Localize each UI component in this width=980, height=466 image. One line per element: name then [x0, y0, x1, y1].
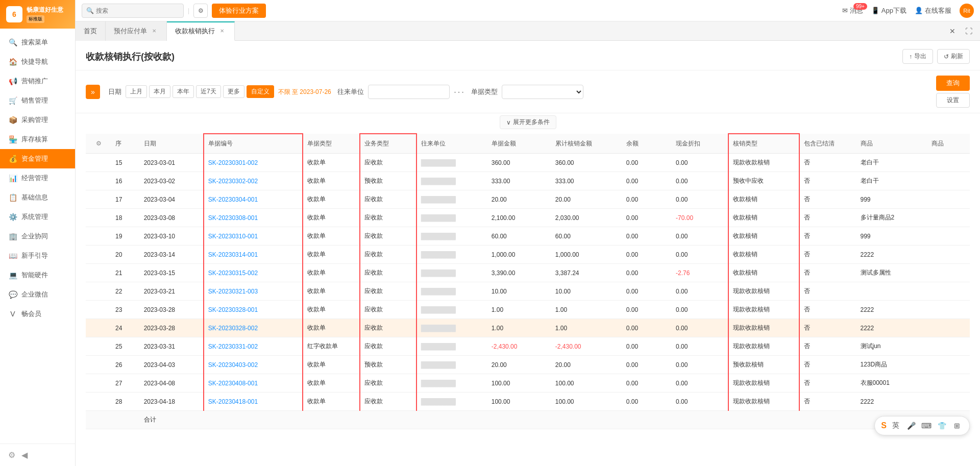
- cell-goods2: [927, 246, 970, 264]
- cell-cumulative: 20.00: [551, 356, 622, 374]
- table-row[interactable]: 27 2023-04-08 SK-20230408-001 收款单 应收款 ██…: [86, 374, 970, 393]
- page-header: 收款核销执行(按收款) ↑ 导出 ↺ 刷新: [76, 41, 980, 70]
- sidebar-item-purchase[interactable]: 📦 采购管理: [0, 110, 75, 130]
- tab-collection-close[interactable]: ✕: [218, 27, 226, 35]
- cell-bill-no: SK-20230328-002: [204, 319, 303, 337]
- table-row[interactable]: 26 2023-04-03 SK-20230403-002 收款单 预收款 ██…: [86, 356, 970, 374]
- bill-no-link[interactable]: SK-20230331-002: [208, 343, 258, 350]
- sidebar-item-basic[interactable]: 📋 基础信息: [0, 188, 75, 207]
- solution-button[interactable]: 体验行业方案: [212, 4, 266, 18]
- table-row[interactable]: 23 2023-03-28 SK-20230328-001 收款单 应收款 ██…: [86, 301, 970, 319]
- bill-no-link[interactable]: SK-20230314-001: [208, 251, 258, 258]
- table-row[interactable]: 22 2023-03-21 SK-20230321-003 收款单 应收款 ██…: [86, 282, 970, 301]
- date-more-btn[interactable]: 更多: [223, 85, 244, 98]
- date-7days-btn[interactable]: 近7天: [196, 85, 221, 98]
- bill-no-link[interactable]: SK-20230403-002: [208, 361, 258, 369]
- sidebar-item-quick[interactable]: 🏠 快捷导航: [0, 52, 75, 71]
- topbar-gear-btn[interactable]: ⚙: [193, 4, 208, 18]
- sidebar-item-marketing[interactable]: 📢 营销推广: [0, 71, 75, 91]
- settings-footer-icon[interactable]: ⚙: [8, 450, 15, 460]
- table-row[interactable]: 17 2023-03-04 SK-20230304-001 收款单 应收款 ██…: [86, 190, 970, 209]
- table-row[interactable]: 28 2023-04-18 SK-20230418-001 收款单 应收款 ██…: [86, 393, 970, 411]
- cell-bill-no: SK-20230314-001: [204, 246, 303, 264]
- floating-text-icon[interactable]: 英: [890, 420, 902, 432]
- table-row[interactable]: 20 2023-03-14 SK-20230314-001 收款单 应收款 ██…: [86, 246, 970, 264]
- sidebar-item-search[interactable]: 🔍 搜索菜单: [0, 33, 75, 52]
- floating-grid-icon[interactable]: ⊞: [951, 420, 963, 432]
- cell-amount: 20.00: [487, 356, 551, 374]
- date-custom-btn[interactable]: 自定义: [247, 85, 274, 98]
- voucher-type-select[interactable]: [502, 85, 583, 99]
- tab-prepay-close[interactable]: ✕: [150, 27, 158, 35]
- sidebar-item-enterprise[interactable]: 🏢 企业协同: [0, 227, 75, 246]
- bill-no-link[interactable]: SK-20230408-001: [208, 380, 258, 387]
- date-this-month-btn[interactable]: 本月: [149, 85, 170, 98]
- cell-settings: [86, 190, 111, 209]
- bill-no-link[interactable]: SK-20230302-002: [208, 178, 258, 185]
- floating-keyboard-icon[interactable]: ⌨: [920, 420, 933, 432]
- bill-no-link[interactable]: SK-20230304-001: [208, 196, 258, 203]
- online-service-btn[interactable]: 👤 在线客服: [915, 6, 951, 15]
- refresh-button[interactable]: ↺ 刷新: [937, 49, 970, 64]
- cell-cumulative: 100.00: [551, 393, 622, 411]
- tab-collection[interactable]: 收款核销执行 ✕: [167, 21, 235, 41]
- bill-no-link[interactable]: SK-20230328-002: [208, 325, 258, 332]
- table-row[interactable]: 21 2023-03-15 SK-20230315-002 收款单 应收款 ██…: [86, 264, 970, 282]
- tab-close-all-btn[interactable]: ✕: [945, 24, 960, 38]
- tab-home[interactable]: 首页: [76, 21, 106, 41]
- expand-more-button[interactable]: ∨ 展开更多条件: [500, 115, 556, 129]
- cell-bill-type: 收款单: [303, 227, 359, 246]
- sidebar-item-operation[interactable]: 📊 经营管理: [0, 168, 75, 188]
- message-badge[interactable]: ✉ 消息 99+: [842, 6, 863, 15]
- bill-no-link[interactable]: SK-20230308-001: [208, 214, 258, 222]
- floating-logo: S: [881, 421, 887, 430]
- cell-goods2: [927, 301, 970, 319]
- sidebar-item-sales[interactable]: 🛒 销售管理: [0, 91, 75, 110]
- sidebar-item-hardware[interactable]: 💻 智能硬件: [0, 265, 75, 285]
- query-button[interactable]: 查询: [936, 76, 970, 91]
- partner-filter-input[interactable]: [368, 85, 450, 99]
- cell-no: 26: [111, 356, 140, 374]
- bill-no-link[interactable]: SK-20230418-001: [208, 398, 258, 405]
- bill-no-link[interactable]: SK-20230321-003: [208, 288, 258, 295]
- cell-partner: ████████: [416, 282, 487, 301]
- col-settings-header[interactable]: ⚙: [86, 134, 111, 154]
- partner-more-btn[interactable]: ···: [454, 86, 465, 97]
- topbar-search-input[interactable]: [96, 7, 179, 14]
- cell-bill-type: 收款单: [303, 246, 359, 264]
- date-this-year-btn[interactable]: 本年: [173, 85, 194, 98]
- cell-verify-type: 现款收款核销: [728, 337, 799, 356]
- message-icon: ✉: [842, 7, 848, 14]
- filter-toggle-btn[interactable]: »: [86, 85, 100, 99]
- sidebar-item-guide[interactable]: 📖 新手引导: [0, 246, 75, 265]
- cell-bill-type: 收款单: [303, 264, 359, 282]
- bill-no-link[interactable]: SK-20230310-001: [208, 233, 258, 240]
- export-button[interactable]: ↑ 导出: [902, 49, 933, 64]
- table-row[interactable]: 16 2023-03-02 SK-20230302-002 收款单 预收款 ██…: [86, 172, 970, 190]
- date-last-month-btn[interactable]: 上月: [126, 85, 147, 98]
- cell-include-settled: 否: [799, 374, 856, 393]
- cell-goods2: [927, 282, 970, 301]
- floating-mic-icon[interactable]: 🎤: [905, 420, 917, 432]
- bill-no-link[interactable]: SK-20230315-002: [208, 269, 258, 277]
- tab-prepay[interactable]: 预付应付单 ✕: [106, 21, 167, 41]
- table-row[interactable]: 24 2023-03-28 SK-20230328-002 收款单 应收款 ██…: [86, 319, 970, 337]
- cell-goods2: [927, 209, 970, 227]
- table-row[interactable]: 19 2023-03-10 SK-20230310-001 收款单 应收款 ██…: [86, 227, 970, 246]
- bill-no-link[interactable]: SK-20230328-001: [208, 306, 258, 313]
- floating-shirt-icon[interactable]: 👕: [936, 420, 948, 432]
- table-row[interactable]: 25 2023-03-31 SK-20230331-002 红字收款单 应收款 …: [86, 337, 970, 356]
- user-avatar[interactable]: Rit: [960, 4, 974, 18]
- sidebar-item-member[interactable]: V 畅会员: [0, 304, 75, 324]
- tab-maximize-btn[interactable]: ⛶: [962, 24, 976, 38]
- bill-no-link[interactable]: SK-20230301-002: [208, 159, 258, 166]
- sidebar-item-finance[interactable]: 💰 资金管理: [0, 149, 75, 168]
- sidebar-item-wechat[interactable]: 💬 企业微信: [0, 285, 75, 304]
- collapse-icon[interactable]: ◀: [21, 450, 28, 460]
- table-row[interactable]: 18 2023-03-08 SK-20230308-001 收款单 应收款 ██…: [86, 209, 970, 227]
- filter-settings-button[interactable]: 设置: [936, 93, 970, 108]
- table-row[interactable]: 15 2023-03-01 SK-20230301-002 收款单 应收款 ██…: [86, 154, 970, 172]
- sidebar-item-system[interactable]: ⚙️ 系统管理: [0, 207, 75, 227]
- sidebar-item-inventory[interactable]: 🏪 库存核算: [0, 130, 75, 149]
- app-download-btn[interactable]: 📱 App下载: [871, 6, 906, 15]
